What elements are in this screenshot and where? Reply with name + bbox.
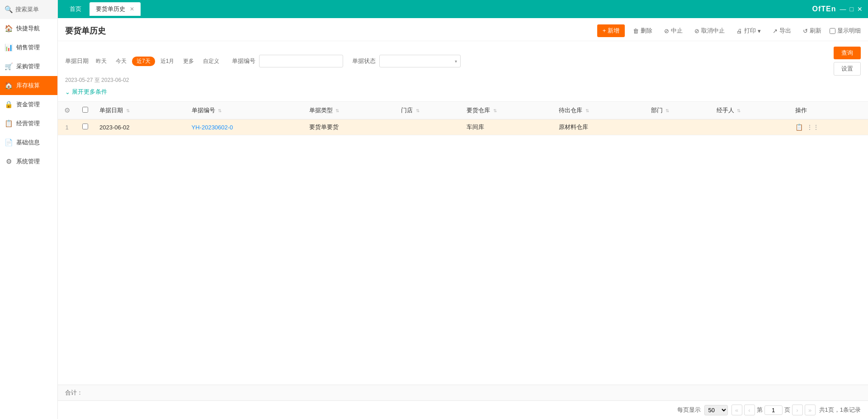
first-page-button[interactable]: « [731,405,742,415]
last-page-button[interactable]: » [805,405,816,415]
sort-icon: ⇅ [737,108,741,113]
delete-button[interactable]: 🗑 删除 [629,25,656,37]
select-all-checkbox[interactable] [82,107,88,113]
col-department[interactable]: 部门 ⇅ [646,102,711,119]
minimize-button[interactable]: — [840,5,846,13]
export-icon: ↗ [773,28,778,34]
date-filter-buttons: 昨天 今天 近7天 近1月 更多 自定义 [92,57,223,66]
new-button[interactable]: + 新增 [597,24,625,37]
date-range-display: 2023-05-27 至 2023-06-02 [65,76,861,84]
sidebar-item-finance[interactable]: 🔒 资金管理 [0,95,57,114]
col-date[interactable]: 单据日期 ⇅ [94,102,186,119]
col-req-warehouse[interactable]: 要货仓库 ⇅ [461,102,553,119]
page-info: 共1页，1条记录 [819,406,861,414]
tab-home[interactable]: 首页 [63,2,88,16]
date-filter-group: 单据日期 昨天 今天 近7天 近1月 更多 自定义 [65,57,223,66]
home-icon: 🏠 [5,24,13,33]
top-bar: 首页 要货单历史 ✕ OfTEn — □ ✕ [58,0,868,18]
edit-icon[interactable]: 📋 [795,124,803,131]
date-btn-last-month[interactable]: 近1月 [157,57,178,66]
table-checkbox-col[interactable] [76,102,94,119]
more-icon[interactable]: ⋮⋮ [807,124,819,131]
chart-icon: 📊 [5,43,13,52]
date-btn-yesterday[interactable]: 昨天 [92,57,110,66]
cart-icon: 🛒 [5,62,13,71]
inventory-icon: 🏠 [5,81,13,90]
prev-page-button[interactable]: ‹ [744,405,755,415]
total-label: 合计： [65,389,83,397]
table-gear-icon[interactable]: ⚙ [64,106,70,114]
sidebar-item-system[interactable]: ⚙ 系统管理 [0,152,57,171]
sidebar-item-operations[interactable]: 📋 经营管理 [0,114,57,133]
date-btn-today[interactable]: 今天 [112,57,130,66]
col-order-no[interactable]: 单据编号 ⇅ [186,102,304,119]
chevron-down-small-icon: ⌄ [65,89,70,95]
table-header-row: ⚙ 单据日期 ⇅ 单据编号 ⇅ [58,102,868,119]
page-number-input[interactable] [764,405,783,415]
sidebar-item-label: 采购管理 [16,62,40,71]
refresh-button[interactable]: ↺ 刷新 [799,25,825,37]
sidebar-item-sales[interactable]: 📊 销售管理 [0,38,57,57]
row-req-warehouse: 车间库 [461,119,553,135]
settings-button[interactable]: 设置 [834,62,861,76]
row-handler [711,119,790,135]
col-handler[interactable]: 经手人 ⇅ [711,102,790,119]
col-order-type[interactable]: 单据类型 ⇅ [304,102,396,119]
tab-home-label: 首页 [70,5,81,13]
sidebar-item-inventory[interactable]: 🏠 库存核算 [0,76,57,95]
sidebar-item-label: 销售管理 [16,43,40,52]
stop-button[interactable]: ⊘ 中止 [660,25,686,37]
order-no-link[interactable]: YH-20230602-0 [192,124,233,131]
sidebar-item-label: 基础信息 [16,138,40,147]
sort-icon: ⇅ [665,108,669,113]
sidebar-search[interactable]: 🔍 搜索菜单 [0,0,57,19]
operation-icons: 📋 ⋮⋮ [795,124,863,131]
close-button[interactable]: ✕ [857,5,863,13]
date-btn-custom[interactable]: 自定义 [199,57,223,66]
row-order-no[interactable]: YH-20230602-0 [186,119,304,135]
date-btn-more[interactable]: 更多 [179,57,198,66]
status-select-wrapper: ▾ [379,55,461,67]
cancel-stop-button[interactable]: ⊘ 取消中止 [691,25,728,37]
row-department [646,119,711,135]
order-no-input[interactable] [259,55,343,67]
sort-icon: ⇅ [335,108,339,113]
print-icon: 🖨 [736,28,742,34]
date-filter-label: 单据日期 [65,57,89,65]
sort-icon: ⇅ [416,108,420,113]
page-header: 要货单历史 + 新增 🗑 删除 ⊘ 中止 ⊘ 取消中止 [58,18,868,41]
query-buttons: 查询 设置 [834,47,861,76]
row-checkbox-col[interactable] [76,119,94,135]
status-filter-group: 单据状态 ▾ [352,55,461,67]
table-settings-col[interactable]: ⚙ [58,102,76,119]
sidebar-item-basic-info[interactable]: 📄 基础信息 [0,133,57,152]
query-button[interactable]: 查询 [834,47,861,59]
page-nav: « ‹ 第 页 › » [731,405,816,415]
refresh-icon: ↺ [803,28,808,34]
col-pending-warehouse[interactable]: 待出仓库 ⇅ [553,102,646,119]
display-detail-checkbox[interactable] [830,28,835,34]
export-button[interactable]: ↗ 导出 [769,25,795,37]
tab-history[interactable]: 要货单历史 ✕ [90,2,141,16]
stop-icon: ⊘ [664,28,669,34]
tab-close-icon[interactable]: ✕ [130,6,134,12]
row-checkbox[interactable] [82,124,88,129]
maximize-button[interactable]: □ [850,5,854,13]
print-button[interactable]: 🖨 打印 ▾ [733,25,764,37]
next-page-button[interactable]: › [792,405,803,415]
display-detail-toggle[interactable]: 显示明细 [830,27,861,35]
delete-icon: 🗑 [633,28,639,34]
status-select[interactable] [379,55,461,67]
date-btn-last7days[interactable]: 近7天 [132,57,155,66]
sidebar-item-purchase[interactable]: 🛒 采购管理 [0,57,57,76]
header-actions: + 新增 🗑 删除 ⊘ 中止 ⊘ 取消中止 🖨 打 [597,24,861,37]
page-title: 要货单历史 [65,25,106,36]
col-store[interactable]: 门店 ⇅ [396,102,461,119]
sidebar-item-quick-nav[interactable]: 🏠 快捷导航 [0,19,57,38]
row-store [396,119,461,135]
pagination-bar: 每页显示 50 10 20 100 « ‹ 第 页 › » 共1页，1条记录 [58,400,868,419]
sort-icon: ⇅ [585,108,589,113]
page-size-select[interactable]: 50 10 20 100 [704,405,728,415]
gear-icon: ⚙ [5,157,13,166]
expand-more-button[interactable]: ⌄ 展开更多条件 [65,88,861,96]
